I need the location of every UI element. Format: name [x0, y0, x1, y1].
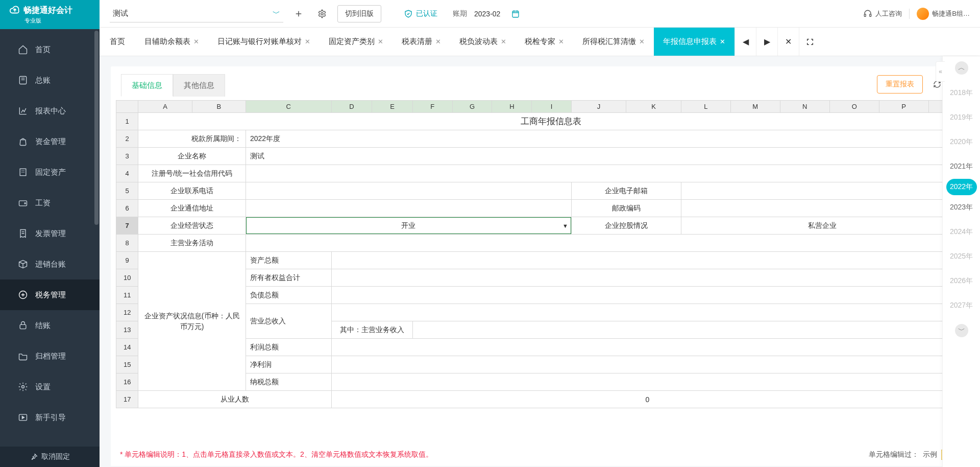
cell-value[interactable] — [331, 287, 963, 304]
sidebar-item-guide[interactable]: 新手引导 — [0, 402, 100, 433]
cell-label[interactable]: 邮政编码 — [571, 200, 681, 217]
colhead-F[interactable]: F — [412, 101, 452, 113]
close-icon[interactable]: ✕ — [378, 38, 383, 45]
cell-value[interactable] — [246, 200, 571, 217]
year-2021[interactable]: 2021年 — [946, 154, 977, 179]
sidebar-item-inventory[interactable]: 进销台账 — [0, 249, 100, 279]
tab-balance[interactable]: 目辅助余额表✕ — [135, 28, 208, 56]
sidebar-item-reports[interactable]: 报表中心 — [0, 96, 100, 126]
cell-label[interactable]: 其中：主营业务收入 — [331, 321, 412, 339]
colhead-P[interactable]: P — [879, 101, 928, 113]
year-2022[interactable]: 2022年 — [946, 179, 977, 195]
user-menu[interactable]: 畅捷通B组… — [917, 8, 970, 20]
colhead-C[interactable]: C — [246, 101, 331, 113]
sidebar-item-fixed-assets[interactable]: 固定资产 — [0, 157, 100, 188]
close-icon[interactable]: ✕ — [435, 38, 441, 45]
rowhead[interactable]: 2 — [116, 130, 138, 148]
cell-value[interactable] — [331, 373, 963, 391]
sheet-table[interactable]: A B C D E F G H I J K L M N O P Q — [116, 100, 964, 408]
sidebar-unpin[interactable]: 取消固定 — [0, 447, 100, 467]
rowhead[interactable]: 15 — [116, 356, 138, 373]
colhead-M[interactable]: M — [730, 101, 780, 113]
reset-report-button[interactable]: 重置报表 — [877, 75, 923, 94]
cell-value[interactable]: 测试 — [246, 148, 963, 165]
rowhead[interactable]: 5 — [116, 182, 138, 200]
tab-assetcat[interactable]: 固定资产类别✕ — [320, 28, 393, 56]
settings-button[interactable] — [314, 6, 330, 22]
year-2020[interactable]: 2020年 — [946, 130, 977, 154]
support-link[interactable]: 人工咨询 — [863, 9, 902, 18]
cell-label[interactable]: 企业电子邮箱 — [571, 182, 681, 200]
subtab-other[interactable]: 其他信息 — [173, 74, 225, 97]
subtab-basic[interactable]: 基础信息 — [121, 74, 173, 97]
cell-value[interactable]: 2022年度 — [246, 130, 963, 148]
sidebar-item-funds[interactable]: 资金管理 — [0, 126, 100, 157]
close-icon[interactable]: ✕ — [720, 38, 725, 45]
cell-value[interactable]: 0 — [331, 391, 963, 408]
tab-annualreport[interactable]: 年报信息申报表✕ — [654, 28, 734, 56]
colhead-I[interactable]: I — [532, 101, 572, 113]
tab-incometax[interactable]: 所得税汇算清缴✕ — [573, 28, 654, 56]
cell-value[interactable] — [246, 182, 571, 200]
cell-label[interactable]: 营业总收入 — [246, 304, 331, 339]
cell-value[interactable] — [681, 182, 963, 200]
cell-value[interactable] — [246, 235, 963, 252]
cell-label[interactable]: 企业联系电话 — [138, 182, 246, 200]
cell-label[interactable]: 企业控股情况 — [571, 217, 681, 235]
colhead-E[interactable]: E — [372, 101, 413, 113]
cell-label[interactable]: 税款所属期间： — [138, 130, 246, 148]
sidebar-item-salary[interactable]: 工资 — [0, 188, 100, 218]
group-label[interactable]: 企业资产状况信息(币种：人民币万元) — [138, 252, 246, 391]
colhead-N[interactable]: N — [780, 101, 829, 113]
cell-value[interactable] — [331, 269, 963, 287]
cell-label[interactable]: 企业通信地址 — [138, 200, 246, 217]
rowhead[interactable]: 17 — [116, 391, 138, 408]
cell-value[interactable] — [331, 356, 963, 373]
cell-label[interactable]: 企业经营状态 — [138, 217, 246, 235]
sidebar-item-settings[interactable]: 设置 — [0, 371, 100, 402]
rowhead[interactable]: 11 — [116, 287, 138, 304]
sidebar-item-archive[interactable]: 归档管理 — [0, 341, 100, 371]
close-icon[interactable]: ✕ — [501, 38, 506, 45]
cell-value[interactable] — [681, 200, 963, 217]
year-2024[interactable]: 2024年 — [946, 220, 977, 244]
colhead-O[interactable]: O — [829, 101, 879, 113]
cell-label[interactable]: 净利润 — [246, 356, 331, 373]
cell-label[interactable]: 注册号/统一社会信用代码 — [138, 165, 246, 182]
cell-label[interactable]: 纳税总额 — [246, 373, 331, 391]
rowhead[interactable]: 8 — [116, 235, 138, 252]
rowhead[interactable]: 10 — [116, 269, 138, 287]
years-up-button[interactable]: ︿ — [955, 61, 968, 75]
sidebar-item-tax[interactable]: 税务管理 — [0, 279, 100, 310]
close-icon[interactable]: ✕ — [639, 38, 645, 45]
colhead-J[interactable]: J — [571, 101, 626, 113]
rowhead[interactable]: 7 — [116, 217, 138, 235]
colhead-A[interactable]: A — [138, 101, 192, 113]
sidebar-item-home[interactable]: 首页 — [0, 34, 100, 65]
cell-value[interactable] — [246, 165, 963, 182]
tabs-close-all[interactable]: ✕ — [777, 28, 799, 56]
fullscreen-button[interactable] — [799, 28, 820, 56]
verified-badge[interactable]: 已认证 — [404, 9, 437, 18]
cell-label[interactable]: 企业名称 — [138, 148, 246, 165]
cell-value[interactable] — [412, 321, 963, 339]
year-2027[interactable]: 2027年 — [946, 293, 977, 318]
year-2025[interactable]: 2025年 — [946, 244, 977, 269]
cell-value[interactable]: 私营企业 — [681, 217, 963, 235]
tab-bankrec[interactable]: 日记账与银行对账单核对✕ — [208, 28, 320, 56]
year-2018[interactable]: 2018年 — [946, 81, 977, 105]
sheet-title[interactable]: 工商年报信息表 — [138, 113, 964, 130]
tabs-scroll-right[interactable]: ▶ — [756, 28, 777, 56]
dropdown-caret-icon[interactable]: ▼ — [562, 223, 568, 229]
business-status-cell[interactable]: 开业▼ — [246, 217, 571, 235]
tab-home[interactable]: 首页 — [100, 28, 135, 56]
close-icon[interactable]: ✕ — [305, 38, 310, 45]
rowhead[interactable]: 6 — [116, 200, 138, 217]
rowhead[interactable]: 16 — [116, 373, 138, 391]
colhead-B[interactable]: B — [192, 101, 246, 113]
cell-label[interactable]: 所有者权益合计 — [246, 269, 331, 287]
rowhead[interactable]: 12 — [116, 304, 138, 321]
cell-label[interactable]: 负债总额 — [246, 287, 331, 304]
tab-taxlist[interactable]: 税表清册✕ — [393, 28, 450, 56]
rowhead[interactable]: 4 — [116, 165, 138, 182]
